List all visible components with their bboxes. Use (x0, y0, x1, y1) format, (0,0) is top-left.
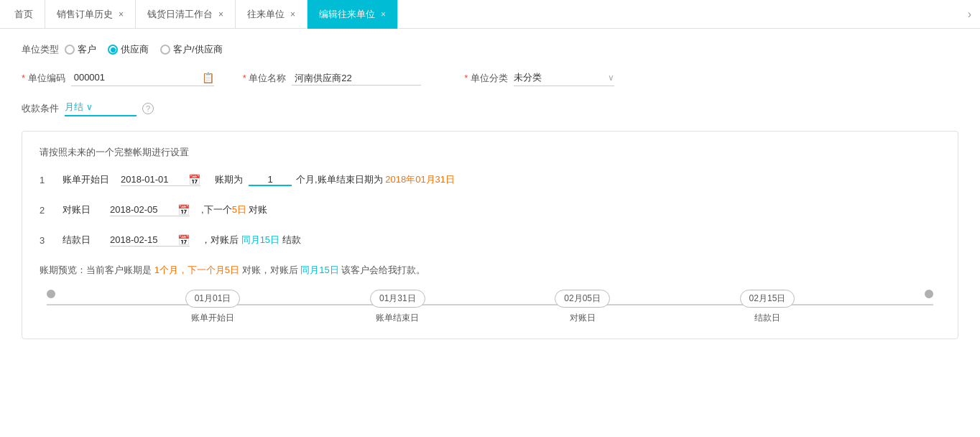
radio-supplier[interactable]: 供应商 (108, 43, 149, 56)
preview-section: 账期预览：当前客户账期是 1个月，下一个月5日 对账，对账后 同月15日 该客户… (40, 264, 940, 324)
period-num-1: 1 (40, 175, 54, 185)
help-icon[interactable]: ? (142, 103, 154, 114)
category-arrow-icon: ∨ (608, 73, 614, 83)
reconcile-date-input[interactable] (110, 204, 175, 215)
period-desc-3: ，对账后 同月15日 结款 (201, 234, 301, 247)
radio-label-customer: 客户 (78, 43, 96, 56)
tab-cash-work[interactable]: 钱货日清工作台 × (136, 0, 236, 29)
close-tab-cash-work[interactable]: × (218, 9, 223, 19)
tab-counterpart[interactable]: 往来单位 × (236, 0, 308, 29)
code-icon[interactable]: 📋 (202, 72, 214, 83)
category-dropdown[interactable]: 未分类 ∨ (514, 71, 614, 86)
period-desc-1: 账期为 (215, 173, 243, 186)
timeline-point-2: 01月31日 账单结束日 (370, 290, 425, 324)
category-label: 单位分类 (464, 72, 508, 85)
payment-field: 收款条件 月结 ∨ ? (22, 101, 154, 116)
timeline-point-3: 02月05日 对账日 (555, 290, 610, 324)
timeline-start-dot (47, 290, 55, 298)
radio-label-supplier: 供应商 (121, 43, 149, 56)
radio-customer[interactable]: 客户 (65, 43, 96, 56)
period-num-2: 2 (40, 205, 54, 216)
period-label-1: 账单开始日 (63, 173, 109, 186)
period-num-3: 3 (40, 235, 54, 246)
payment-date-input[interactable] (110, 234, 175, 245)
tabs-expand-button[interactable]: › (959, 0, 980, 29)
radio-both[interactable]: 客户/供应商 (160, 43, 223, 56)
payment-dropdown[interactable]: 月结 ∨ (65, 101, 137, 116)
radio-circle-customer (65, 45, 75, 55)
period-desc-2: ,下一个5日 对账 (201, 203, 267, 216)
unit-type-radio-group: 客户 供应商 客户/供应商 (65, 43, 223, 56)
period-desc-1b: 个月,账单结束日期为 2018年01月31日 (296, 173, 455, 186)
timeline-label-2: 账单结束日 (376, 312, 419, 324)
payment-date-input-wrap: 📅 (110, 234, 190, 247)
tab-sales-history[interactable]: 销售订单历史 × (45, 0, 136, 29)
timeline-label-1: 账单开始日 (191, 312, 234, 324)
timeline-points: 01月01日 账单开始日 01月31日 账单结束日 02月05日 对账日 (47, 290, 933, 324)
close-tab-sales-history[interactable]: × (119, 9, 124, 19)
timeline-label-4: 结款日 (754, 312, 780, 324)
close-tab-edit-counterpart[interactable]: × (381, 9, 386, 19)
category-value: 未分类 (514, 71, 604, 84)
payment-value: 月结 (65, 101, 83, 114)
period-label-3: 结款日 (63, 234, 98, 247)
unit-type-row: 单位类型 客户 供应商 客户/供应商 (22, 43, 958, 56)
payment-arrow-icon: ∨ (86, 102, 93, 112)
timeline-point-4: 02月15日 结款日 (740, 290, 795, 324)
period-row-1: 1 账单开始日 📅 账期为 个月,账单结束日期为 2018年01月31日 (40, 173, 940, 186)
timeline-badge-3: 02月05日 (555, 290, 610, 308)
name-label: 单位名称 (243, 72, 287, 85)
start-date-input[interactable] (121, 174, 185, 185)
radio-label-both: 客户/供应商 (173, 43, 223, 56)
period-row-3: 3 结款日 📅 ，对账后 同月15日 结款 (40, 234, 940, 247)
close-tab-counterpart[interactable]: × (290, 9, 295, 19)
timeline-point-1: 01月01日 账单开始日 (185, 290, 241, 324)
tab-edit-counterpart[interactable]: 编辑往来单位 × (308, 0, 398, 29)
timeline-dot-start (47, 290, 55, 298)
timeline-badge-4: 02月15日 (740, 290, 795, 308)
name-field: 单位名称 (243, 71, 422, 86)
info-row: 单位编码 📋 单位名称 单位分类 未分类 ∨ (22, 70, 958, 86)
timeline-label-3: 对账日 (570, 312, 596, 324)
unit-type-label: 单位类型 (22, 43, 59, 56)
period-months-input[interactable] (249, 174, 292, 186)
timeline-dot-end (925, 290, 933, 298)
payment-date-calendar-icon[interactable]: 📅 (177, 234, 190, 246)
category-field: 单位分类 未分类 ∨ (464, 71, 614, 86)
code-field: 单位编码 📋 (22, 70, 214, 86)
payment-row: 收款条件 月结 ∨ ? (22, 101, 958, 116)
code-input[interactable] (71, 70, 198, 84)
period-title: 请按照未来的一个完整帐期进行设置 (40, 146, 940, 159)
start-date-calendar-icon[interactable]: 📅 (188, 174, 200, 185)
name-input[interactable] (292, 71, 421, 86)
payment-label: 收款条件 (22, 102, 59, 115)
unit-type-field: 单位类型 客户 供应商 客户/供应商 (22, 43, 223, 56)
period-card: 请按照未来的一个完整帐期进行设置 1 账单开始日 📅 账期为 个月,账单结束日期… (22, 131, 958, 339)
code-input-wrap: 📋 (71, 70, 214, 86)
tabs-bar: 首页 销售订单历史 × 钱货日清工作台 × 往来单位 × 编辑往来单位 × › (0, 0, 980, 29)
preview-text: 账期预览：当前客户账期是 1个月，下一个月5日 对账，对账后 同月15日 该客户… (40, 264, 940, 277)
radio-circle-supplier (108, 45, 118, 55)
reconcile-date-calendar-icon[interactable]: 📅 (177, 204, 190, 216)
reconcile-date-input-wrap: 📅 (110, 204, 190, 216)
radio-circle-both (160, 45, 170, 55)
timeline-badge-1: 01月01日 (185, 290, 241, 308)
tab-home[interactable]: 首页 (0, 0, 45, 29)
timeline-badge-2: 01月31日 (370, 290, 425, 308)
page-content: 单位类型 客户 供应商 客户/供应商 单位编码 (0, 29, 980, 437)
code-label: 单位编码 (22, 72, 65, 85)
period-label-2: 对账日 (63, 203, 98, 216)
period-row-2: 2 对账日 📅 ,下一个5日 对账 (40, 203, 940, 216)
timeline-end-dot (925, 290, 933, 298)
start-date-input-wrap: 📅 (121, 174, 200, 186)
timeline: 01月01日 账单开始日 01月31日 账单结束日 02月05日 对账日 (40, 290, 940, 324)
